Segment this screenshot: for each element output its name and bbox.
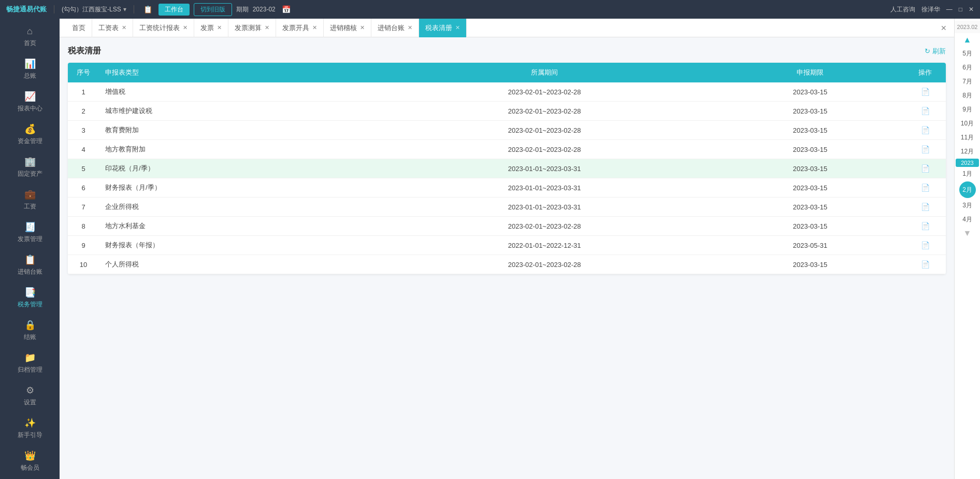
switch-old-button[interactable]: 切到旧版	[194, 3, 232, 16]
action-icon[interactable]: 📄	[921, 241, 930, 249]
maximize-btn[interactable]: □	[959, 6, 962, 13]
sidebar-item-tax-mgmt[interactable]: 📑 税务管理	[0, 281, 60, 314]
company-selector[interactable]: (勾勾）江西服宝-LSS ▾	[62, 5, 126, 14]
sidebar-label-closing: 结账	[24, 333, 36, 342]
minimize-btn[interactable]: —	[946, 6, 953, 13]
calendar-icon[interactable]: 📋	[141, 4, 154, 15]
sidebar-label-invoice-mgmt: 发票管理	[18, 235, 42, 244]
sidebar-item-payroll[interactable]: 💼 工资	[0, 184, 60, 216]
action-icon[interactable]: 📄	[921, 222, 930, 230]
action-icon[interactable]: 📄	[921, 88, 930, 96]
scroll-up-btn[interactable]: ▲	[961, 33, 974, 47]
cell-deadline: 2023-03-15	[716, 82, 904, 102]
month-5[interactable]: 5月	[955, 47, 980, 61]
action-icon[interactable]: 📄	[921, 203, 930, 211]
sidebar-item-general-ledger[interactable]: 📊 总账	[0, 53, 60, 86]
cell-action[interactable]: 📄	[904, 140, 946, 159]
sidebar-item-settings[interactable]: ⚙ 设置	[0, 379, 60, 412]
cell-period: 2023-01-01~2023-03-31	[373, 159, 716, 178]
tab-home[interactable]: 首页	[66, 19, 92, 37]
tab-invoice-close[interactable]: ✕	[217, 24, 222, 31]
sidebar-item-member[interactable]: 👑 畅会员	[0, 445, 60, 477]
month-6[interactable]: 6月	[955, 61, 980, 75]
month-11[interactable]: 11月	[955, 131, 980, 145]
tab-payroll-report-close[interactable]: ✕	[183, 24, 188, 31]
tab-invoice-calc-close[interactable]: ✕	[265, 24, 269, 31]
sidebar-item-fixed-assets[interactable]: 🏢 固定资产	[0, 151, 60, 184]
cell-deadline: 2023-03-15	[716, 255, 904, 274]
action-icon[interactable]: 📄	[921, 145, 930, 153]
tab-tax-filing[interactable]: 税表清册 ✕	[419, 19, 467, 37]
sidebar-label-settings: 设置	[24, 398, 36, 407]
table-row: 3 教育费附加 2023-02-01~2023-02-28 2023-03-15…	[68, 121, 946, 140]
month-3[interactable]: 3月	[955, 199, 980, 213]
company-dropdown-icon[interactable]: ▾	[123, 6, 126, 13]
ledger-icon: 📊	[24, 58, 36, 69]
cell-action[interactable]: 📄	[904, 102, 946, 121]
archive-icon: 📁	[24, 352, 36, 363]
cell-action[interactable]: 📄	[904, 236, 946, 255]
month-8[interactable]: 8月	[955, 89, 980, 103]
tab-invoice-open-close[interactable]: ✕	[312, 24, 317, 31]
table-row: 6 财务报表（月/季） 2023-01-01~2023-03-31 2023-0…	[68, 178, 946, 198]
month-12[interactable]: 12月	[955, 145, 980, 159]
refresh-button[interactable]: ↻ 刷新	[925, 47, 946, 56]
sidebar-item-fund-mgmt[interactable]: 💰 资金管理	[0, 118, 60, 151]
sidebar-item-archive[interactable]: 📁 归档管理	[0, 347, 60, 379]
action-icon[interactable]: 📄	[921, 260, 930, 269]
sidebar-item-new-guide[interactable]: ✨ 新手引导	[0, 412, 60, 445]
user-btn[interactable]: 徐泽华	[921, 5, 940, 14]
ai-consult-btn[interactable]: 人工咨询	[890, 5, 915, 14]
tab-payroll[interactable]: 工资表 ✕	[92, 19, 133, 37]
action-icon[interactable]: 📄	[921, 126, 930, 134]
tab-purchase-ledger-close[interactable]: ✕	[408, 24, 412, 31]
payroll-icon: 💼	[24, 189, 36, 200]
tab-invoice-open-label: 发票开具	[282, 23, 309, 33]
period-calendar-icon[interactable]: 📅	[280, 4, 293, 15]
month-10[interactable]: 10月	[955, 117, 980, 131]
tab-invoice-open[interactable]: 发票开具 ✕	[276, 19, 324, 37]
sidebar-item-purchase-sales[interactable]: 📋 进销台账	[0, 249, 60, 281]
tab-purchase-audit-label: 进销稽核	[330, 23, 357, 33]
sidebar-item-closing[interactable]: 🔒 结账	[0, 314, 60, 347]
table-row: 9 财务报表（年报） 2022-01-01~2022-12-31 2023-05…	[68, 236, 946, 255]
tab-purchase-audit-close[interactable]: ✕	[360, 24, 365, 31]
assets-icon: 🏢	[24, 156, 36, 167]
cell-action[interactable]: 📄	[904, 198, 946, 217]
workbench-button[interactable]: 工作台	[158, 4, 190, 16]
month-1[interactable]: 1月	[955, 167, 980, 181]
cell-action[interactable]: 📄	[904, 178, 946, 198]
cell-action[interactable]: 📄	[904, 255, 946, 274]
cell-deadline: 2023-03-15	[716, 140, 904, 159]
sidebar-item-report-center[interactable]: 📈 报表中心	[0, 86, 60, 118]
tab-purchase-ledger[interactable]: 进销台账 ✕	[371, 19, 419, 37]
cell-action[interactable]: 📄	[904, 217, 946, 236]
tab-payroll-close[interactable]: ✕	[122, 24, 126, 31]
cell-action[interactable]: 📄	[904, 82, 946, 102]
tab-payroll-report[interactable]: 工资统计报表 ✕	[133, 19, 194, 37]
cell-action[interactable]: 📄	[904, 159, 946, 178]
tab-purchase-audit[interactable]: 进销稽核 ✕	[324, 19, 371, 37]
sidebar-item-home[interactable]: ⌂ 首页	[0, 21, 60, 53]
action-icon[interactable]: 📄	[921, 184, 930, 192]
cell-deadline: 2023-03-15	[716, 217, 904, 236]
month-2-active[interactable]: 2月	[959, 181, 976, 198]
month-4[interactable]: 4月	[955, 213, 980, 227]
close-btn[interactable]: ✕	[969, 6, 974, 13]
tab-tax-filing-close[interactable]: ✕	[455, 24, 460, 31]
month-9[interactable]: 9月	[955, 103, 980, 117]
tab-invoice-calc[interactable]: 发票测算 ✕	[228, 19, 276, 37]
cell-action[interactable]: 📄	[904, 121, 946, 140]
guide-icon: ✨	[24, 417, 36, 429]
tab-bar-close-all[interactable]: ✕	[938, 23, 950, 33]
year-2023-badge[interactable]: 2023	[956, 159, 978, 167]
action-icon[interactable]: 📄	[921, 164, 930, 173]
scroll-down-btn[interactable]: ▼	[961, 227, 974, 240]
tab-invoice[interactable]: 发票 ✕	[194, 19, 228, 37]
sidebar-item-invoice-mgmt[interactable]: 🧾 发票管理	[0, 216, 60, 249]
action-icon[interactable]: 📄	[921, 107, 930, 115]
cell-period: 2023-02-01~2023-02-28	[373, 82, 716, 102]
month-7[interactable]: 7月	[955, 75, 980, 89]
tab-payroll-report-label: 工资统计报表	[139, 23, 180, 33]
sidebar-label-archive: 归档管理	[18, 365, 42, 374]
